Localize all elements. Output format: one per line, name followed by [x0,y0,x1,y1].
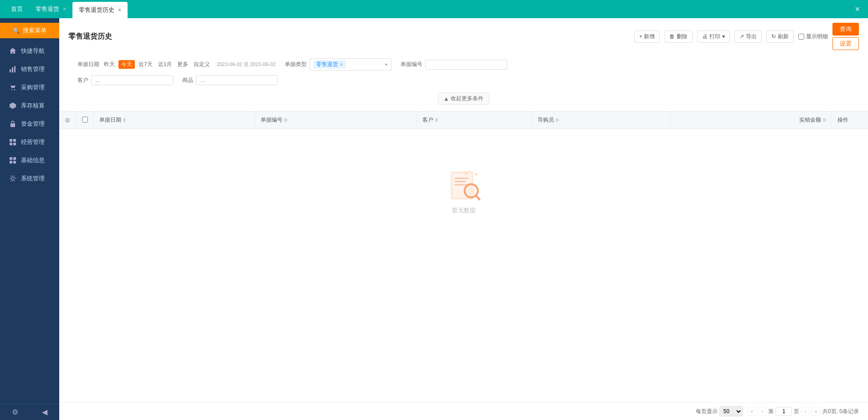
date-custom[interactable]: 自定义 [192,60,212,69]
doc-type-tag: 零售退货 × [313,60,346,69]
doc-type-remove[interactable]: × [340,61,343,68]
th-checkbox [77,112,94,129]
svg-rect-12 [10,161,12,164]
page-title: 零售退货历史 [68,32,112,41]
svg-line-21 [476,195,479,200]
table-settings-icon[interactable]: ⚙ [65,117,71,124]
doc-number-input[interactable] [425,60,507,70]
sort-customer[interactable]: 客户 [422,116,526,124]
query-button[interactable]: 查询 [832,23,859,36]
grid-icon [8,156,17,165]
content-area: 零售退货历史 + 新增 🗑 删除 🖨 打印 ▾ ↗ 导出 [59,18,868,420]
print-icon: 🖨 [702,33,708,40]
sidebar-item-operations[interactable]: 经营管理 [0,133,59,151]
delete-button[interactable]: 🗑 删除 [664,31,693,43]
sidebar-item-purchase[interactable]: 采购管理 [0,78,59,97]
search-menu-button[interactable]: 🔍 搜索菜单 [0,23,59,38]
sidebar-collapse-icon[interactable]: ◀ [42,408,47,416]
settings-button[interactable]: 设置 [832,37,859,50]
refresh-button[interactable]: ↻ 刷新 [766,31,794,43]
svg-rect-18 [454,184,467,185]
date-filter-label: 单据日期 [77,61,99,68]
th-operation: 操作 [832,112,868,129]
next-page-button[interactable]: › [801,407,809,416]
th-doc-date[interactable]: 单据日期 [94,112,255,129]
goods-filter: 商品 [182,75,278,85]
query-set-buttons: 查询 设置 [832,23,859,50]
svg-rect-8 [10,143,12,145]
per-page-label: 每页显示 [696,408,718,415]
collapse-label: 收起更多条件 [451,95,483,102]
show-detail-checkbox-group: 显示明细 [798,33,828,41]
svg-point-23 [468,170,469,172]
tab-retail-return[interactable]: 零售退货 × [29,0,72,18]
page-nav: « ‹ 第 页 › » 共0页, 0条记录 [747,407,859,416]
tab-retail-return-history-close[interactable]: × [118,7,121,13]
doc-type-select[interactable]: 零售退货 × ▾ [309,58,391,71]
sort-guide[interactable]: 导购员 [538,116,665,124]
pagination-bar: 每页显示 50 10 20 100 « ‹ 第 页 › » 共0页, 0条记录 [59,402,868,420]
date-7days[interactable]: 近7天 [137,60,154,69]
goods-label: 商品 [182,77,193,84]
th-amount-label: 实销金额 [799,116,821,124]
bar-icon [8,138,17,147]
svg-rect-9 [13,143,16,145]
tab-retail-return-history[interactable]: 零售退货历史 × [72,2,128,18]
tab-retail-return-close[interactable]: × [63,6,66,12]
sidebar-item-sales[interactable]: 销售管理 [0,60,59,78]
gear-icon [8,174,17,183]
date-more[interactable]: 更多 [175,60,190,69]
svg-rect-2 [14,66,15,72]
export-button[interactable]: ↗ 导出 [734,31,762,43]
print-button[interactable]: 🖨 打印 ▾ [697,31,730,43]
add-button[interactable]: + 新增 [634,31,660,43]
sidebar-item-system[interactable]: 系统管理 [0,169,59,188]
sort-doc-date[interactable]: 单据日期 [99,116,249,124]
search-icon: 🔍 [13,27,20,34]
tab-home[interactable]: 首页 [5,0,29,18]
sidebar-settings-icon[interactable]: ⚙ [12,408,18,416]
date-1month[interactable]: 近1月 [156,60,174,69]
lock-icon [8,119,17,128]
sort-icon-customer [435,118,438,122]
th-customer[interactable]: 客户 [416,112,532,129]
sidebar-item-finance[interactable]: 资金管理 [0,115,59,133]
page-unit: 页 [794,408,799,415]
sidebar-item-basic[interactable]: 基础信息 [0,151,59,169]
window-close-button[interactable]: × [851,5,863,14]
sidebar-item-inventory[interactable]: 库存核算 [0,97,59,115]
date-shortcuts: 昨天 今天 近7天 近1月 更多 自定义 [102,60,212,69]
sort-doc-number[interactable]: 单据编号 [261,116,411,124]
chart-icon [8,65,17,74]
customer-input[interactable] [91,75,173,85]
sidebar: 🔍 搜索菜单 快捷导航 销售管理 采购管理 库存核算 [0,18,59,420]
empty-state-cell: 暂无数据 [59,129,868,251]
th-guide[interactable]: 导购员 [532,112,670,129]
prev-page-button[interactable]: ‹ [758,407,766,416]
sidebar-item-quick-nav[interactable]: 快捷导航 [0,42,59,60]
sidebar-item-sales-label: 销售管理 [21,65,45,73]
sort-icon-amount [822,118,826,122]
goods-input[interactable] [196,75,278,85]
svg-rect-10 [10,157,12,160]
home-icon [8,46,17,56]
select-all-checkbox[interactable] [82,117,88,123]
tab-retail-return-history-label: 零售退货历史 [79,6,114,14]
cart-icon [8,83,17,92]
total-records-label: 共0页, 0条记录 [822,408,859,415]
svg-rect-11 [13,157,16,160]
first-page-button[interactable]: « [747,407,757,416]
th-amount[interactable]: 实销金额 [670,112,832,129]
sidebar-item-operations-label: 经营管理 [21,138,45,146]
sort-amount[interactable]: 实销金额 [676,116,826,124]
last-page-button[interactable]: » [811,407,821,416]
svg-rect-5 [10,123,15,127]
th-doc-number[interactable]: 单据编号 [255,112,416,129]
collapse-filter-button[interactable]: ▲ 收起更多条件 [438,92,490,105]
per-page-select[interactable]: 50 10 20 100 [719,406,743,416]
date-today[interactable]: 今天 [118,60,135,69]
date-yesterday[interactable]: 昨天 [102,60,117,69]
show-detail-checkbox[interactable] [798,34,804,40]
page-number-input[interactable] [776,407,792,416]
doc-type-filter: 单据类型 零售退货 × ▾ [285,58,391,71]
